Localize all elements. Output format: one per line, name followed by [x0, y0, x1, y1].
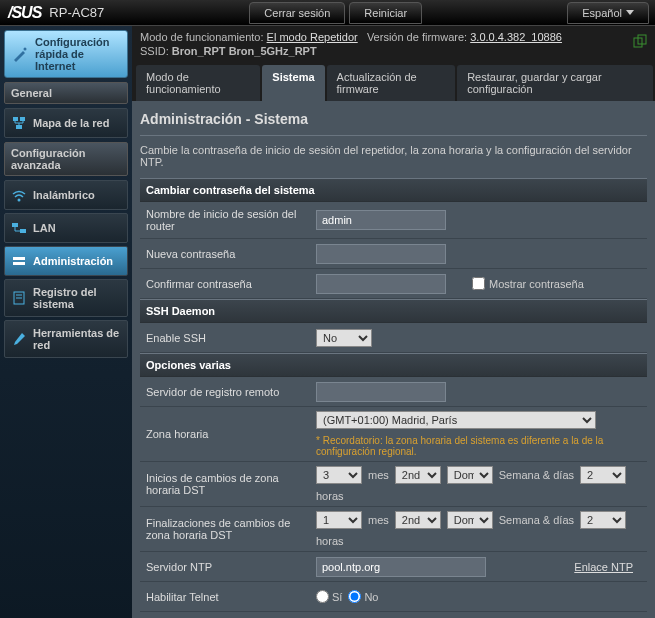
fw-label: Versión de firmware: — [367, 31, 467, 43]
remote-log-label: Servidor de registro remoto — [140, 380, 310, 404]
enable-ssh-select[interactable]: No — [316, 329, 372, 347]
main-panel: Modo de funcionamiento: El modo Repetido… — [132, 26, 655, 618]
fw-value-link[interactable]: 3.0.0.4.382_10886 — [470, 31, 562, 43]
svg-rect-6 — [20, 229, 26, 233]
tools-icon — [11, 331, 27, 347]
lan-icon — [11, 220, 27, 236]
dst-end-day[interactable]: Dom — [447, 511, 493, 529]
tab-bar: Modo de funcionamiento Sistema Actualiza… — [132, 59, 655, 101]
login-name-input[interactable] — [316, 210, 446, 230]
brand-logo: /SUS — [0, 4, 49, 22]
sidebar-item-administration[interactable]: Administración — [4, 246, 128, 276]
svg-rect-1 — [13, 117, 18, 121]
sidebar-item-label: Herramientas de red — [33, 327, 121, 351]
login-name-label: Nombre de inicio de sesión del router — [140, 202, 310, 238]
network-icon — [11, 115, 27, 131]
svg-rect-8 — [13, 262, 25, 265]
unit-weekday: Semana & días — [499, 469, 574, 481]
confirm-password-input[interactable] — [316, 274, 446, 294]
svg-rect-3 — [16, 125, 22, 129]
sidebar-item-label: Mapa de la red — [33, 117, 109, 129]
ssid-label: SSID: — [140, 45, 169, 57]
chevron-down-icon — [626, 10, 634, 15]
tab-firmware[interactable]: Actualización de firmware — [327, 65, 456, 101]
telnet-yes-radio[interactable] — [316, 590, 329, 603]
ntp-link[interactable]: Enlace NTP — [574, 561, 641, 573]
content-area: Administración - Sistema Cambie la contr… — [132, 101, 655, 618]
mode-label: Modo de funcionamiento: — [140, 31, 264, 43]
svg-point-4 — [18, 199, 21, 202]
show-password-checkbox[interactable] — [472, 277, 485, 290]
sidebar-item-nettools[interactable]: Herramientas de red — [4, 320, 128, 358]
wand-icon — [11, 45, 29, 63]
tab-system[interactable]: Sistema — [262, 65, 324, 101]
admin-icon — [11, 253, 27, 269]
new-password-label: Nueva contraseña — [140, 242, 310, 266]
sidebar-item-label: Inalámbrico — [33, 189, 95, 201]
tab-operation-mode[interactable]: Modo de funcionamiento — [136, 65, 260, 101]
sidebar-item-wireless[interactable]: Inalámbrico — [4, 180, 128, 210]
unit-month: mes — [368, 469, 389, 481]
ntp-server-input[interactable] — [316, 557, 486, 577]
sidebar-header-advanced: Configuración avanzada — [4, 142, 128, 176]
dst-start-label: Inicios de cambios de zona horaria DST — [140, 466, 310, 502]
dst-start-month[interactable]: 3 — [316, 466, 362, 484]
section-header-password: Cambiar contraseña del sistema — [140, 178, 647, 202]
timezone-label: Zona horaria — [140, 422, 310, 446]
logout-button[interactable]: Cerrar sesión — [249, 2, 345, 24]
sidebar-header-general: General — [4, 82, 128, 104]
sidebar-item-lan[interactable]: LAN — [4, 213, 128, 243]
auth-method-label: Método de autenticación — [140, 615, 310, 619]
enable-ssh-label: Enable SSH — [140, 326, 310, 350]
model-label: RP-AC87 — [49, 5, 104, 20]
dst-end-hour[interactable]: 2 — [580, 511, 626, 529]
info-bar: Modo de funcionamiento: El modo Repetido… — [132, 26, 655, 59]
section-header-misc: Opciones varias — [140, 353, 647, 377]
timezone-select[interactable]: (GMT+01:00) Madrid, París — [316, 411, 596, 429]
copy-icon[interactable] — [633, 34, 647, 50]
telnet-no-radio[interactable] — [348, 590, 361, 603]
dst-end-month[interactable]: 1 — [316, 511, 362, 529]
svg-rect-5 — [12, 223, 18, 227]
mode-value-link[interactable]: El modo Repetidor — [267, 31, 358, 43]
ntp-server-label: Servidor NTP — [140, 555, 310, 579]
new-password-input[interactable] — [316, 244, 446, 264]
language-dropdown[interactable]: Español — [567, 2, 649, 24]
svg-rect-2 — [20, 117, 25, 121]
unit-hours: horas — [316, 490, 344, 502]
show-password-label: Mostrar contraseña — [489, 278, 584, 290]
sidebar-item-label: LAN — [33, 222, 56, 234]
tab-restore[interactable]: Restaurar, guardar y cargar configuració… — [457, 65, 653, 101]
reboot-button[interactable]: Reiniciar — [349, 2, 422, 24]
language-label: Español — [582, 7, 622, 19]
sidebar: Configuración rápida de Internet General… — [0, 26, 132, 618]
sidebar-item-label: Configuración rápida de Internet — [35, 36, 121, 72]
log-icon — [11, 290, 27, 306]
top-bar: /SUS RP-AC87 Cerrar sesión Reiniciar Esp… — [0, 0, 655, 26]
ssid-values: Bron_RPT Bron_5GHz_RPT — [172, 45, 317, 57]
telnet-label: Habilitar Telnet — [140, 585, 310, 609]
svg-rect-7 — [13, 257, 25, 260]
dst-start-day[interactable]: Dom — [447, 466, 493, 484]
sidebar-item-label: Registro del sistema — [33, 286, 121, 310]
svg-point-0 — [24, 48, 27, 51]
dst-start-week[interactable]: 2nd — [395, 466, 441, 484]
wifi-icon — [11, 187, 27, 203]
remote-log-input[interactable] — [316, 382, 446, 402]
dst-end-label: Finalizaciones de cambios de zona horari… — [140, 511, 310, 547]
dst-end-week[interactable]: 2nd — [395, 511, 441, 529]
quick-internet-setup-button[interactable]: Configuración rápida de Internet — [4, 30, 128, 78]
confirm-password-label: Confirmar contraseña — [140, 272, 310, 296]
sidebar-item-networkmap[interactable]: Mapa de la red — [4, 108, 128, 138]
dst-start-hour[interactable]: 2 — [580, 466, 626, 484]
sidebar-item-systemlog[interactable]: Registro del sistema — [4, 279, 128, 317]
page-title: Administración - Sistema — [140, 101, 647, 136]
timezone-note: * Recordatorio: la zona horaria del sist… — [316, 435, 641, 457]
section-header-ssh: SSH Daemon — [140, 299, 647, 323]
page-description: Cambie la contraseña de inicio de sesión… — [140, 136, 647, 178]
sidebar-item-label: Administración — [33, 255, 113, 267]
